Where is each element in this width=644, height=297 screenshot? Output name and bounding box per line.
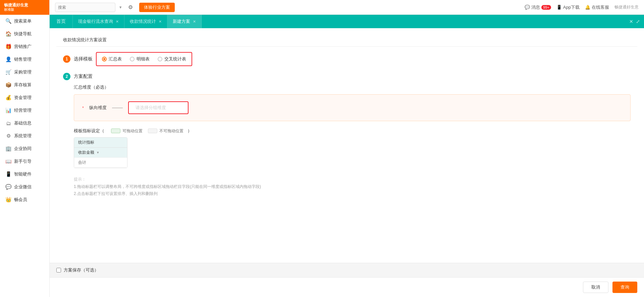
tab-home[interactable]: 首页 [50, 15, 73, 28]
sidebar-item-enterprise-collab[interactable]: 🏢 企业协同 [0, 142, 49, 155]
dropdown-icon[interactable]: ▾ [119, 5, 122, 10]
logo-version: 标准版 [4, 7, 28, 12]
metrics-row-2-label: 合计 [78, 160, 86, 165]
sidebar-item-basic-info[interactable]: 🗂 基础信息 [0, 117, 49, 130]
gear-icon[interactable]: ⚙ [126, 3, 135, 12]
purchase-icon: 🛒 [5, 69, 11, 75]
marketing-icon: 🎁 [5, 44, 11, 50]
online-service-icon: 🔔 [585, 5, 590, 10]
tab-collection-stats[interactable]: 收款情况统计 ✕ [124, 15, 167, 28]
save-section: 方案保存（可选） [50, 263, 644, 277]
online-service-item[interactable]: 🔔 在线客服 [585, 4, 609, 10]
sidebar-item-label: 库存核算 [14, 82, 32, 88]
draggable-label: 可拖动位置 [122, 128, 143, 134]
dim-arrow: —— [112, 105, 123, 111]
metrics-label-close: ） [187, 128, 192, 134]
step2-badge: 2 [63, 73, 70, 80]
sales-icon: 👤 [5, 56, 11, 62]
sidebar-logo: 畅捷通好生意 标准版 [0, 0, 49, 15]
radio-cross[interactable]: 交叉统计表 [158, 56, 186, 62]
metrics-row-1-label: 收款金额 [78, 150, 94, 155]
app-download-icon: 📱 [556, 5, 562, 10]
sidebar-item-search-menu[interactable]: 🔍 搜索菜单 [0, 15, 49, 28]
page-header: 收款情况统计方案设置 [56, 34, 637, 47]
cancel-button[interactable]: 取消 [583, 282, 608, 293]
form-area: 1 选择模板 汇总表 明细表 [56, 47, 637, 210]
main-area: ▾ ⚙ 体验行业方案 💬 消息 99+ 📱 App下载 🔔 在线客服 畅捷通好生… [50, 0, 644, 297]
dim-select-box[interactable]: 请选择分组维度 [128, 101, 189, 114]
sidebar-item-sales[interactable]: 👤 销售管理 [0, 53, 49, 66]
page-body: 收款情况统计方案设置 1 选择模板 汇总表 [50, 28, 644, 263]
radio-detail[interactable]: 明细表 [130, 56, 150, 62]
dimension-label-text: 汇总维度（必选） [74, 85, 109, 90]
draggable-legend-item: 可拖动位置 [111, 128, 143, 134]
tab-new-plan[interactable]: 新建方案 ✕ [167, 15, 202, 28]
sidebar-item-marketing[interactable]: 🎁 营销推广 [0, 40, 49, 53]
vertical-dim-label: 纵向维度 [89, 105, 107, 111]
step1-header: 1 选择模板 汇总表 明细表 [63, 52, 631, 66]
sidebar-item-quick-nav[interactable]: 🏠 快捷导航 [0, 28, 49, 40]
sidebar-item-label: 营销推广 [14, 44, 32, 50]
non-draggable-legend-item: 不可拖动位置 [148, 128, 183, 134]
query-button[interactable]: 查询 [612, 282, 637, 293]
sidebar-item-beginner-guide[interactable]: 📖 新手引导 [0, 155, 49, 168]
tab-collection-stats-label: 收款情况统计 [130, 18, 156, 24]
non-draggable-label: 不可拖动位置 [159, 128, 183, 134]
metrics-row-2: 合计 [74, 158, 127, 168]
drag-legend: 可拖动位置 不可拖动位置 [111, 128, 183, 134]
step2-section: 2 方案配置 汇总维度（必选） * 纵向维度 [63, 73, 631, 198]
industry-btn[interactable]: 体验行业方案 [139, 3, 175, 12]
window-maximize-icon[interactable]: ⤢ [636, 19, 640, 24]
sidebar-item-label: 搜索菜单 [14, 18, 32, 24]
dim-required-star: * [82, 105, 84, 110]
sidebar-item-operations[interactable]: 📊 经营管理 [0, 104, 49, 117]
nav-tabs: 首页 现金银行流水查询 ✕ 收款情况统计 ✕ 新建方案 ✕ ✕ ⤢ [50, 15, 644, 28]
radio-cross-btn[interactable] [158, 57, 162, 61]
save-checkbox[interactable] [56, 268, 61, 273]
message-label: 消息 [531, 4, 540, 10]
radio-summary[interactable]: 汇总表 [102, 56, 122, 62]
metrics-label-text: 模板指标设定（ [74, 128, 104, 134]
tab-collection-stats-close[interactable]: ✕ [159, 19, 162, 24]
sidebar-item-purchase[interactable]: 🛒 采购管理 [0, 66, 49, 79]
radio-detail-btn[interactable] [130, 57, 135, 61]
basic-info-icon: 🗂 [5, 120, 11, 126]
search-input[interactable] [55, 3, 115, 12]
user-name[interactable]: 畅捷通好生意 [614, 4, 639, 10]
sidebar-item-system[interactable]: ⚙ 系统管理 [0, 130, 49, 142]
metrics-row-1-dropdown[interactable]: ▾ [97, 150, 99, 155]
tab-bank-flow-close[interactable]: ✕ [116, 19, 119, 24]
dim-select-placeholder: 请选择分组维度 [136, 105, 166, 110]
search-menu-icon: 🔍 [5, 18, 11, 24]
tab-new-plan-close[interactable]: ✕ [193, 19, 196, 24]
sidebar-item-smart-hardware[interactable]: 📱 智能硬件 [0, 168, 49, 181]
sidebar-item-inventory[interactable]: 📦 库存核算 [0, 79, 49, 91]
metrics-section: 模板指标设定（ 可拖动位置 不可拖动位置 [74, 128, 631, 169]
topbar-right: 💬 消息 99+ 📱 App下载 🔔 在线客服 畅捷通好生意 [525, 4, 639, 10]
sidebar-item-label: 基础信息 [14, 120, 32, 126]
message-item[interactable]: 💬 消息 99+ [525, 4, 551, 10]
sidebar-item-finance[interactable]: 💰 资金管理 [0, 91, 49, 104]
non-draggable-indicator [148, 129, 157, 133]
message-badge: 99+ [541, 5, 551, 10]
tab-bank-flow[interactable]: 现金银行流水查询 ✕ [73, 15, 124, 28]
metrics-config-label: 模板指标设定（ 可拖动位置 不可拖动位置 [74, 128, 631, 134]
tab-bank-flow-label: 现金银行流水查询 [78, 18, 113, 24]
step2-body: 汇总维度（必选） * 纵向维度 —— 请选择分组维度 [63, 84, 631, 198]
metrics-row-1[interactable]: 收款金额 ▾ [74, 148, 127, 158]
smart-hardware-icon: 📱 [5, 171, 11, 177]
tip1: 1.拖动标题栏可以调整布局，不可跨维度或指标区域拖动栏目字段(只能在同一维度或指… [74, 183, 631, 191]
tip2: 2.点击标题栏下拉可设置排序、插入列和删除列 [74, 190, 631, 198]
sidebar-item-label: 系统管理 [14, 133, 32, 139]
nav-tabs-controls: ✕ ⤢ [625, 15, 644, 28]
sidebar-item-enterprise-wechat[interactable]: 💬 企业微信 [0, 181, 49, 193]
app-download-item[interactable]: 📱 App下载 [556, 4, 580, 10]
radio-summary-btn[interactable] [102, 57, 107, 61]
sidebar-item-member[interactable]: 👑 畅会员 [0, 193, 49, 206]
step2-title: 方案配置 [74, 73, 93, 80]
sidebar-item-label: 新手引导 [14, 158, 32, 164]
sidebar-item-label: 采购管理 [14, 69, 32, 75]
app-download-label: App下载 [563, 4, 580, 10]
dimension-row: * 纵向维度 —— 请选择分组维度 [82, 101, 622, 114]
window-close-icon[interactable]: ✕ [629, 19, 633, 24]
